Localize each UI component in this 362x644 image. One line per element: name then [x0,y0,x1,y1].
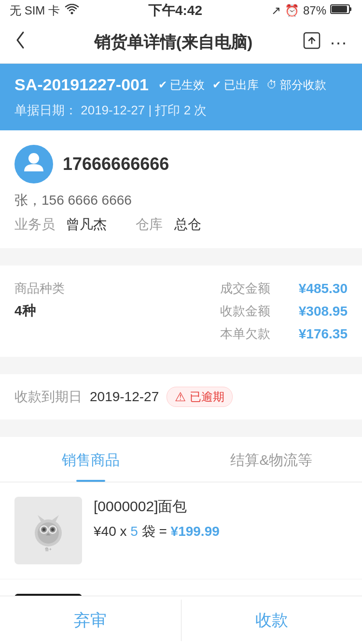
page-title: 销货单详情(来自电脑) [43,31,303,54]
category-label: 商品种类 [14,280,65,297]
debt-row: 本单欠款 ¥176.35 [220,325,348,342]
stats-section: 商品种类 4种 成交金额 ¥485.30 收款金额 ¥308.95 本单欠款 ¥… [0,266,362,357]
check-icon-1: ✔ [158,79,167,91]
clock-icon: ⏱ [266,79,277,91]
print-count: 2 [184,103,191,117]
product-image-bread: 鲁+ [14,497,82,564]
warehouse-label: 仓库 [136,217,163,232]
cancel-button[interactable]: 弃审 [0,600,181,641]
status-right: ↗ ⏰ 87% [271,3,352,18]
date-value: 2019-12-27 [81,103,145,117]
customer-meta: 业务员 曾凡杰 仓库 总仓 [14,215,348,234]
total-1: ¥199.99 [171,524,220,539]
stats-left: 商品种类 4种 [14,280,65,320]
product-name-1: [0000002]面包 [94,497,348,517]
tab-settlement[interactable]: 结算&物流等 [181,437,362,482]
badge-partial: ⏱ 部分收款 [266,77,326,93]
svg-rect-2 [349,7,351,11]
sim-status: 无 SIM 卡 [10,3,60,18]
confirm-button[interactable]: 收款 [181,600,362,641]
unit-1: 袋 [142,524,155,539]
order-id: SA-20191227-001 [14,75,149,94]
more-icon[interactable]: ··· [330,32,348,53]
print-label: | 打印 [148,103,180,117]
svg-text:鲁+: 鲁+ [45,547,52,552]
tab-sales-products[interactable]: 销售商品 [0,437,181,482]
overdue-icon: ⚠ [175,390,186,405]
due-section: 收款到期日 2019-12-27 ⚠ 已逾期 [0,374,362,420]
overdue-badge: ⚠ 已逾期 [167,387,233,407]
share-icon[interactable] [303,32,320,53]
multiply-1: x [120,524,131,539]
agent-name: 曾凡杰 [66,217,107,232]
category-count: 4种 [14,302,65,320]
debt-label: 本单欠款 [220,325,270,342]
location-icon: ↗ [271,4,281,17]
received-row: 收款金额 ¥308.95 [220,303,348,320]
customer-row: 17666666666 [14,145,348,183]
agent-info: 业务员 曾凡杰 [14,215,107,234]
received-value: ¥308.95 [285,304,348,319]
order-date-row: 单据日期： 2019-12-27 | 打印 2 次 [14,102,348,119]
svg-point-13 [42,528,45,531]
customer-name-phone: 张，156 6666 6666 [14,191,348,210]
svg-point-5 [28,153,39,164]
alarm-icon: ⏰ [285,4,299,17]
received-label: 收款金额 [220,303,270,320]
qty-1: 5 [130,524,138,539]
product-info-bread: [0000002]面包 ¥40 x 5 袋 = ¥199.99 [94,497,348,541]
price-1: ¥40 [94,524,116,539]
check-icon-2: ✔ [212,79,221,91]
due-date-value: 2019-12-27 [90,389,159,405]
agent-label: 业务员 [14,217,55,232]
customer-section: 17666666666 张，156 6666 6666 业务员 曾凡杰 仓库 总… [0,130,362,248]
nav-actions: ··· [303,32,348,53]
overdue-text: 已逾期 [190,389,224,405]
bottom-bar: 弃审 收款 [0,596,362,644]
back-button[interactable] [14,30,43,54]
transaction-row: 成交金额 ¥485.30 [220,280,348,297]
nav-bar: 销货单详情(来自电脑) ··· [0,21,362,64]
warehouse-name: 总仓 [174,217,201,232]
product-price-1: ¥40 x 5 袋 = ¥199.99 [94,522,348,541]
avatar [14,145,53,183]
battery-level: 87% [303,4,326,17]
user-icon [22,150,46,179]
customer-phone: 17666666666 [63,154,169,174]
badge-effective: ✔ 已生效 [158,77,205,93]
badge-shipped: ✔ 已出库 [212,77,259,93]
svg-rect-3 [332,6,347,13]
svg-point-0 [71,12,73,14]
order-header: SA-20191227-001 ✔ 已生效 ✔ 已出库 ⏱ 部分收款 单据日期：… [0,64,362,130]
list-item: 鲁+ [0000002]面包 ¥40 x 5 袋 = ¥199.99 [0,482,362,579]
warehouse-info: 仓库 总仓 [136,215,201,234]
wifi-icon [65,4,79,17]
stats-right: 成交金额 ¥485.30 收款金额 ¥308.95 本单欠款 ¥176.35 [220,280,348,342]
due-label: 收款到期日 [14,388,82,406]
status-time: 下午4:42 [148,1,202,20]
tabs-section: 销售商品 结算&物流等 [0,437,362,482]
debt-value: ¥176.35 [285,326,348,342]
status-left: 无 SIM 卡 [10,3,79,18]
order-badges: ✔ 已生效 ✔ 已出库 ⏱ 部分收款 [158,77,326,93]
print-unit: 次 [194,103,207,117]
equals-1: = [159,524,170,539]
status-bar: 无 SIM 卡 下午4:42 ↗ ⏰ 87% [0,0,362,21]
transaction-label: 成交金额 [220,280,270,297]
transaction-value: ¥485.30 [285,281,348,296]
svg-point-14 [51,528,54,531]
date-label: 单据日期： [14,103,77,117]
battery-icon [330,3,352,18]
